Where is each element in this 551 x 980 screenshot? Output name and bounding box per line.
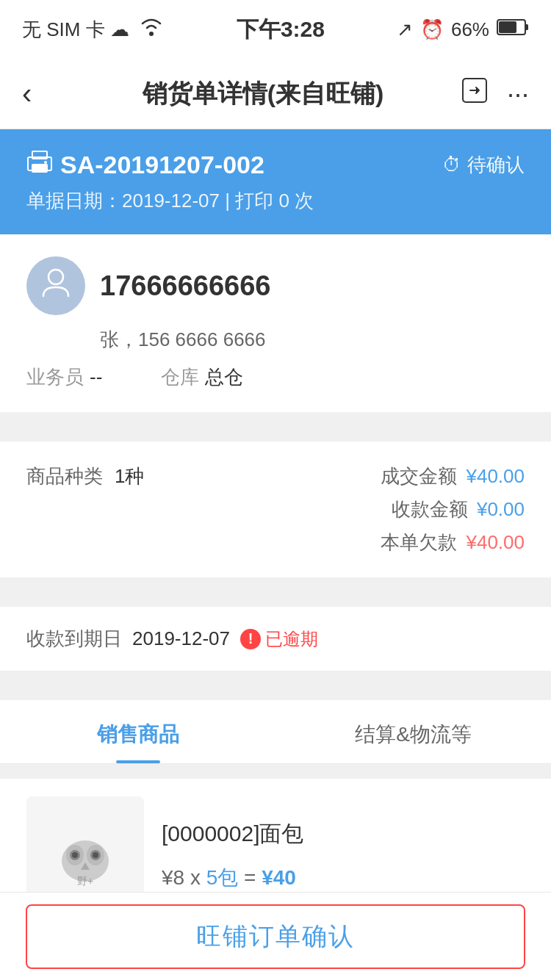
order-id-text: SA-20191207-002	[60, 151, 264, 179]
back-button[interactable]: ‹	[22, 77, 66, 110]
due-date-value: 2019-12-07	[132, 627, 230, 650]
status-bar: 无 SIM 卡 ☁ 下午3:28 ↗ ⏰ 66%	[0, 0, 551, 59]
product-type-value: 1种	[115, 464, 144, 489]
tab-sales-label: 销售商品	[97, 723, 179, 746]
nav-bar: ‹ 销货单详情(来自旺铺) ···	[0, 59, 551, 129]
warehouse-label: 仓库	[161, 364, 199, 390]
user-icon	[37, 264, 74, 308]
owed-value: ¥40.00	[466, 531, 525, 554]
battery-text: 66%	[451, 18, 489, 41]
svg-point-15	[72, 852, 78, 858]
location-icon: ↗	[397, 18, 413, 41]
svg-rect-2	[525, 24, 528, 30]
product-qty: 5包	[206, 866, 239, 889]
svg-point-8	[44, 161, 47, 164]
deal-amount-row: 成交金额 ¥40.00	[381, 464, 525, 489]
product-name: [0000002]面包	[162, 819, 525, 849]
page-title: 销货单详情(来自旺铺)	[143, 77, 384, 111]
summary-right: 成交金额 ¥40.00 收款金额 ¥0.00 本单欠款 ¥40.00	[381, 464, 525, 555]
divider-1	[0, 427, 551, 442]
received-label: 收款金额	[392, 497, 468, 522]
divider-2	[0, 592, 551, 607]
svg-rect-7	[32, 165, 47, 172]
product-price: ¥8 x	[162, 866, 206, 889]
overdue-badge: ! 已逾期	[240, 627, 318, 651]
svg-text:野+: 野+	[77, 875, 93, 887]
printer-icon	[26, 150, 53, 179]
due-date-label: 收款到期日	[26, 626, 122, 652]
tabs-section: 销售商品 结算&物流等	[0, 700, 551, 764]
nav-actions: ···	[460, 76, 529, 112]
bottom-bar: 旺铺订单确认	[0, 892, 551, 980]
due-section: 收款到期日 2019-12-07 ! 已逾期	[0, 607, 551, 671]
order-id: SA-20191207-002	[26, 150, 264, 179]
deal-amount-value: ¥40.00	[466, 465, 525, 488]
clock-icon: ⏱	[442, 154, 461, 176]
product-equals: =	[238, 866, 262, 889]
tab-settlement[interactable]: 结算&物流等	[276, 700, 551, 763]
divider-3	[0, 685, 551, 700]
svg-point-0	[149, 32, 154, 36]
customer-section: 17666666666 张，156 6666 6666 业务员 -- 仓库 总仓	[0, 234, 551, 412]
svg-point-9	[48, 270, 63, 284]
customer-sub-info: 张，156 6666 6666	[26, 327, 525, 353]
wifi-icon	[138, 18, 165, 42]
order-header: SA-20191207-002 ⏱ 待确认 单据日期：2019-12-07 | …	[0, 129, 551, 234]
product-total: ¥40	[262, 866, 296, 889]
confirm-order-button[interactable]: 旺铺订单确认	[26, 904, 525, 969]
customer-phone: 17666666666	[100, 270, 270, 302]
svg-rect-3	[499, 21, 516, 33]
avatar	[26, 256, 85, 315]
status-left: 无 SIM 卡 ☁	[22, 17, 165, 43]
owed-label: 本单欠款	[381, 530, 457, 555]
no-sim-text: 无 SIM 卡 ☁	[22, 17, 129, 43]
warehouse-value: 总仓	[205, 364, 243, 390]
owed-amount-row: 本单欠款 ¥40.00	[381, 530, 525, 555]
summary-section: 商品种类 1种 成交金额 ¥40.00 收款金额 ¥0.00 本单欠款 ¥40.…	[0, 442, 551, 577]
more-icon[interactable]: ···	[507, 79, 529, 109]
salesperson-item: 业务员 --	[26, 364, 102, 390]
salesperson-value: --	[90, 366, 102, 389]
tab-settlement-label: 结算&物流等	[355, 723, 472, 746]
product-formula: ¥8 x 5包 = ¥40	[162, 864, 525, 892]
summary-left: 商品种类 1种	[26, 464, 144, 489]
product-type-label: 商品种类	[26, 464, 103, 489]
order-status: ⏱ 待确认	[442, 152, 525, 178]
deal-amount-label: 成交金额	[381, 464, 457, 489]
battery-icon	[497, 18, 529, 41]
alarm-icon: ⏰	[420, 18, 444, 41]
salesperson-label: 业务员	[26, 364, 84, 390]
tabs-row: 销售商品 结算&物流等	[0, 700, 551, 764]
warehouse-item: 仓库 总仓	[161, 364, 243, 390]
status-time: 下午3:28	[237, 15, 325, 45]
svg-point-16	[93, 852, 98, 858]
overdue-text: 已逾期	[265, 627, 318, 651]
customer-meta: 业务员 -- 仓库 总仓	[26, 364, 525, 390]
tab-sales-products[interactable]: 销售商品	[0, 700, 276, 763]
received-amount-row: 收款金额 ¥0.00	[392, 497, 525, 522]
status-text: 待确认	[467, 152, 525, 178]
received-value: ¥0.00	[477, 498, 525, 521]
share-icon[interactable]	[460, 76, 489, 112]
overdue-icon: !	[240, 629, 261, 649]
product-info: [0000002]面包 ¥8 x 5包 = ¥40	[162, 819, 525, 892]
order-date: 单据日期：2019-12-07 | 打印 0 次	[26, 188, 525, 214]
status-right: ↗ ⏰ 66%	[397, 18, 529, 41]
